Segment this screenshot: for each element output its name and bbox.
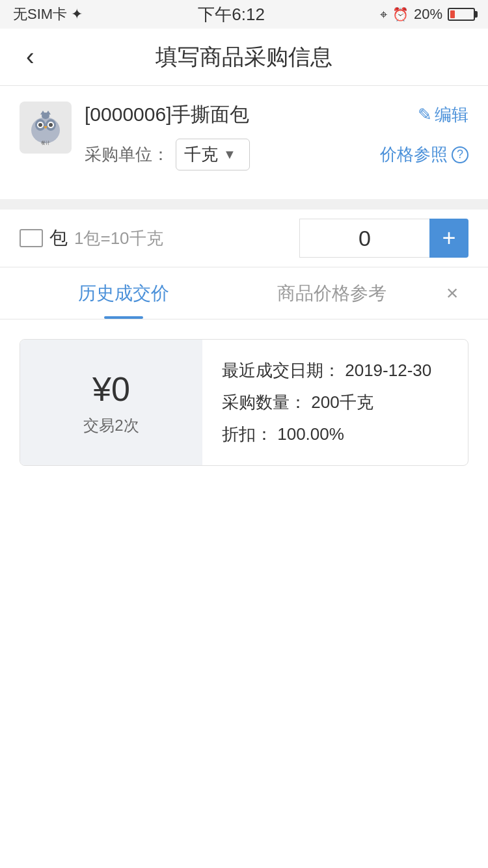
location-icon: ⌖ (380, 7, 387, 22)
edit-icon: ✎ (418, 105, 432, 125)
product-image-icon: 餐计 (26, 108, 65, 147)
quantity-plus-button[interactable]: + (429, 219, 468, 258)
purchase-qty-label: 采购数量： (222, 392, 306, 412)
tabs-header: 历史成交价 商品价格参考 × (0, 267, 488, 319)
product-card: 餐计 [0000006]手撕面包 ✎ 编辑 采购单位： 千克 ▼ (0, 86, 488, 199)
page-title: 填写商品采购信息 (156, 42, 332, 72)
purchase-qty-row: 采购数量： 200千克 (222, 391, 448, 414)
discount-row: 折扣： 100.00% (222, 423, 448, 446)
price-summary: ¥0 交易2次 (20, 340, 202, 465)
svg-marker-9 (40, 111, 46, 115)
quantity-row: 包 1包=10千克 0 + (0, 210, 488, 267)
status-left: 无SIM卡 ✦ (13, 5, 83, 24)
status-bar: 无SIM卡 ✦ 下午6:12 ⌖ ⏰ 20% (0, 0, 488, 29)
svg-point-5 (38, 123, 42, 127)
bottom-area (0, 485, 488, 868)
purchase-unit-row: 采购单位： 千克 ▼ 价格参照 ? (85, 139, 468, 170)
back-button[interactable]: ‹ (20, 36, 41, 77)
section-divider (0, 199, 488, 210)
price-details: 最近成交日期： 2019-12-30 采购数量： 200千克 折扣： 100.0… (202, 340, 468, 465)
status-time: 下午6:12 (198, 3, 265, 26)
tab-history-price[interactable]: 历史成交价 (20, 267, 228, 319)
purchase-qty-value: 200千克 (311, 392, 373, 412)
carrier-text: 无SIM卡 ✦ (13, 5, 83, 24)
price-cards-area: ¥0 交易2次 最近成交日期： 2019-12-30 采购数量： 200千克 折… (0, 319, 488, 485)
product-header: 餐计 [0000006]手撕面包 ✎ 编辑 采购单位： 千克 ▼ (20, 102, 468, 170)
package-label: 包 1包=10千克 (20, 226, 163, 251)
unit-label: 采购单位： (85, 143, 169, 166)
package-icon (20, 229, 43, 247)
product-info: [0000006]手撕面包 ✎ 编辑 采购单位： 千克 ▼ 价格参照 ? (85, 102, 468, 170)
product-title-row: [0000006]手撕面包 ✎ 编辑 (85, 102, 468, 128)
discount-label: 折扣： (222, 424, 273, 444)
quantity-control: 0 + (299, 219, 468, 258)
edit-button[interactable]: ✎ 编辑 (418, 103, 468, 126)
product-thumbnail: 餐计 (20, 102, 72, 154)
help-icon: ? (452, 146, 468, 163)
price-card: ¥0 交易2次 最近成交日期： 2019-12-30 采购数量： 200千克 折… (20, 339, 468, 466)
tab-active-indicator (104, 316, 143, 319)
battery-text: 20% (414, 6, 442, 23)
unit-dropdown-arrow: ▼ (223, 147, 236, 162)
svg-marker-10 (46, 111, 51, 115)
package-conversion: 1包=10千克 (74, 227, 163, 250)
quantity-input[interactable]: 0 (299, 219, 429, 258)
svg-text:餐计: 餐计 (41, 141, 50, 145)
package-unit: 包 (49, 226, 68, 251)
recent-date-value: 2019-12-30 (345, 360, 431, 380)
tab-price-reference[interactable]: 商品价格参考 (228, 267, 436, 319)
tabs-close-button[interactable]: × (436, 277, 468, 310)
price-amount: ¥0 (92, 370, 130, 409)
discount-value: 100.00% (277, 424, 344, 444)
trade-count: 交易2次 (83, 415, 139, 436)
recent-date-label: 最近成交日期： (222, 360, 340, 380)
tabs-section: 历史成交价 商品价格参考 × ¥0 交易2次 最近成交日期： 2019-12-3… (0, 267, 488, 485)
price-reference-button[interactable]: 价格参照 ? (380, 143, 468, 166)
recent-date-row: 最近成交日期： 2019-12-30 (222, 359, 448, 382)
svg-point-0 (31, 117, 60, 143)
product-title: [0000006]手撕面包 (85, 102, 249, 128)
svg-point-6 (49, 123, 53, 127)
unit-select[interactable]: 千克 ▼ (176, 139, 250, 170)
status-right: ⌖ ⏰ 20% (380, 6, 475, 23)
alarm-icon: ⏰ (392, 7, 409, 22)
unit-value: 千克 (184, 143, 218, 166)
nav-bar: ‹ 填写商品采购信息 (0, 29, 488, 86)
battery-icon (448, 8, 475, 21)
